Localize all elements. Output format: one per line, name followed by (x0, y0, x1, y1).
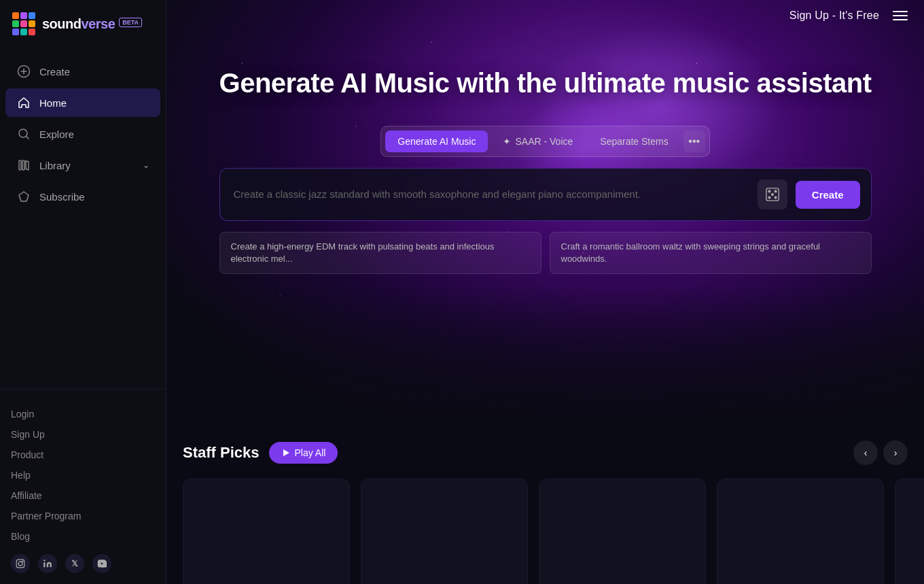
svg-rect-6 (12, 29, 19, 35)
prompt-container: Create Create a high-energy EDM track wi… (219, 168, 872, 274)
sidebar-item-explore-label: Explore (39, 128, 149, 140)
menu-line-1 (893, 11, 908, 12)
create-button[interactable]: Create (796, 181, 860, 209)
svg-point-19 (22, 561, 23, 562)
sidebar-item-explore[interactable]: Explore (5, 120, 160, 148)
library-chevron-icon: ⌄ (143, 160, 149, 170)
partner-link[interactable]: Partner Program (11, 508, 155, 524)
svg-rect-7 (20, 29, 27, 35)
home-icon (16, 95, 31, 110)
tab-generate-label: Generate AI Music (397, 136, 476, 147)
prompt-box: Create (219, 168, 872, 221)
svg-point-22 (768, 190, 770, 192)
sidebar-nav: Create Home Explore (0, 50, 166, 383)
music-card-3[interactable] (539, 479, 706, 584)
signup-button[interactable]: Sign Up - It's Free (789, 10, 879, 22)
sparkle-icon: ✦ (503, 136, 511, 147)
music-card-1[interactable] (183, 479, 350, 584)
music-card-2[interactable] (361, 479, 528, 584)
svg-point-25 (775, 196, 777, 199)
svg-rect-2 (29, 12, 35, 19)
play-all-button[interactable]: Play All (269, 442, 338, 464)
sidebar-item-home[interactable]: Home (5, 88, 160, 117)
sidebar-item-create[interactable]: Create (5, 57, 160, 86)
prompt-input[interactable] (234, 187, 749, 203)
music-cards (183, 479, 908, 584)
create-icon (16, 64, 31, 79)
main-content: Sign Up - It's Free Generate AI Music wi… (166, 0, 924, 584)
beta-badge: BETA (119, 18, 142, 27)
suggestion-waltz[interactable]: Craft a romantic ballroom waltz with swe… (550, 232, 872, 274)
tab-saar-voice[interactable]: ✦ SAAR - Voice (491, 131, 585, 152)
social-icons: 𝕏 (11, 554, 155, 573)
next-arrow-button[interactable]: › (883, 441, 908, 465)
svg-marker-27 (283, 449, 289, 456)
dice-button[interactable] (758, 179, 787, 209)
svg-rect-5 (29, 20, 35, 27)
menu-line-2 (893, 15, 908, 16)
svg-rect-17 (16, 560, 24, 568)
logo-text: soundverse BETA (42, 16, 142, 32)
suggestion-edm[interactable]: Create a high-energy EDM track with puls… (219, 232, 541, 274)
sidebar-item-subscribe-label: Subscribe (39, 191, 149, 203)
svg-point-26 (771, 194, 773, 196)
topbar-actions: Sign Up - It's Free (789, 8, 910, 23)
menu-line-3 (893, 19, 908, 20)
section-header: Staff Picks Play All ‹ › (183, 441, 908, 465)
linkedin-icon[interactable] (38, 554, 57, 573)
svg-point-24 (768, 196, 770, 199)
tab-generate-ai-music[interactable]: Generate AI Music (385, 131, 488, 152)
logo-name: soundverse (42, 16, 115, 32)
blog-link[interactable]: Blog (11, 528, 155, 545)
youtube-icon[interactable] (92, 554, 111, 573)
twitter-x-icon[interactable]: 𝕏 (65, 554, 84, 573)
svg-rect-8 (29, 29, 35, 35)
tab-separate-stems[interactable]: Separate Stems (588, 131, 680, 152)
affiliate-link[interactable]: Affiliate (11, 487, 155, 504)
more-options-button[interactable]: ••• (683, 131, 705, 152)
hero-content: Generate AI Music with the ultimate musi… (166, 0, 924, 274)
hero-overlay (166, 286, 924, 422)
svg-line-13 (26, 137, 29, 139)
svg-point-20 (43, 560, 45, 561)
staff-picks-section: Staff Picks Play All ‹ › (166, 422, 924, 584)
play-icon (281, 448, 291, 458)
logo: soundverse BETA (0, 0, 166, 50)
sidebar-item-library-label: Library (39, 160, 135, 171)
navigation-arrows: ‹ › (853, 441, 908, 465)
svg-rect-1 (20, 12, 27, 19)
login-link[interactable]: Login (11, 406, 155, 422)
help-link[interactable]: Help (11, 467, 155, 483)
tool-tabs: Generate AI Music ✦ SAAR - Voice Separat… (380, 126, 709, 157)
svg-point-23 (775, 190, 777, 192)
sidebar-item-subscribe[interactable]: Subscribe (5, 182, 160, 211)
hamburger-menu-button[interactable] (890, 8, 910, 23)
svg-rect-3 (12, 20, 19, 27)
library-icon (16, 158, 31, 173)
sidebar-divider (0, 389, 166, 390)
music-card-4[interactable] (717, 479, 884, 584)
play-all-label: Play All (295, 447, 326, 458)
svg-rect-0 (12, 12, 19, 19)
hero-section: Generate AI Music with the ultimate musi… (166, 0, 924, 422)
music-card-5-partial[interactable] (895, 479, 924, 584)
sidebar-item-create-label: Create (39, 66, 149, 78)
signup-link[interactable]: Sign Up (11, 426, 155, 443)
sidebar-item-home-label: Home (39, 97, 149, 109)
search-icon (16, 126, 31, 141)
suggestions: Create a high-energy EDM track with puls… (219, 232, 872, 274)
section-title: Staff Picks (183, 444, 260, 462)
sidebar-item-library[interactable]: Library ⌄ (5, 151, 160, 179)
instagram-icon[interactable] (11, 554, 30, 573)
sidebar: soundverse BETA Create Home (0, 0, 166, 584)
tab-stems-label: Separate Stems (600, 136, 668, 147)
svg-rect-15 (22, 160, 24, 170)
more-dots-icon: ••• (688, 135, 700, 148)
topbar: Sign Up - It's Free (166, 0, 924, 31)
svg-rect-14 (19, 160, 21, 170)
product-link[interactable]: Product (11, 447, 155, 463)
previous-arrow-button[interactable]: ‹ (853, 441, 878, 465)
svg-rect-4 (20, 20, 27, 27)
section-title-group: Staff Picks Play All (183, 442, 338, 464)
diamond-icon (16, 189, 31, 204)
